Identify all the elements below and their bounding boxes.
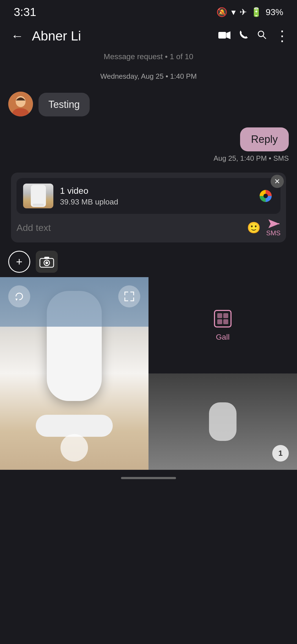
battery-percentage: 93% bbox=[266, 7, 283, 17]
svg-rect-19 bbox=[217, 319, 222, 324]
camera-view: Gall 1 bbox=[0, 277, 297, 470]
camera-attachment-button[interactable] bbox=[36, 251, 58, 273]
avatar-image bbox=[8, 92, 33, 116]
sms-send-button[interactable]: SMS bbox=[266, 218, 280, 237]
outgoing-message-text: Reply bbox=[251, 133, 278, 145]
camera-expand-button[interactable] bbox=[118, 285, 140, 307]
svg-rect-13 bbox=[44, 257, 49, 259]
gallery-icon bbox=[213, 309, 232, 328]
svg-marker-1 bbox=[226, 31, 230, 39]
svg-point-14 bbox=[45, 261, 48, 264]
camera-main-feed bbox=[0, 277, 148, 470]
svg-rect-17 bbox=[217, 313, 222, 318]
chat-area: Wednesday, Aug 25 • 1:40 PM Testing Repl… bbox=[0, 64, 297, 163]
add-attachment-button[interactable]: + bbox=[8, 251, 30, 273]
bottom-bar: + bbox=[0, 248, 297, 277]
header-actions: ⋮ bbox=[218, 28, 289, 44]
wifi-icon: ▾ bbox=[231, 7, 236, 17]
compose-text-input[interactable] bbox=[16, 222, 241, 233]
outgoing-message-row: Reply Aug 25, 1:40 PM • SMS bbox=[8, 127, 289, 163]
archived-hint: Message request • 1 of 10 bbox=[0, 50, 297, 64]
camera-second-item[interactable]: 1 bbox=[148, 373, 297, 470]
contact-name: Abner Li bbox=[32, 28, 213, 43]
home-bar bbox=[121, 477, 176, 479]
status-bar: 3:31 🔕 ▾ ✈ 🔋 93% bbox=[0, 0, 297, 22]
status-icons: 🔕 ▾ ✈ 🔋 93% bbox=[216, 7, 283, 17]
message-meta: Aug 25, 1:40 PM • SMS bbox=[213, 154, 289, 163]
svg-rect-20 bbox=[223, 319, 228, 324]
avatar bbox=[8, 92, 33, 116]
svg-point-8 bbox=[263, 194, 268, 198]
gallery-label: Gall bbox=[216, 333, 230, 342]
incoming-message-row: Testing bbox=[8, 92, 289, 116]
video-call-icon[interactable] bbox=[218, 29, 230, 42]
sms-label: SMS bbox=[266, 229, 280, 237]
camera-device-base bbox=[36, 415, 113, 437]
incoming-bubble: Testing bbox=[38, 93, 90, 116]
home-indicator bbox=[0, 470, 297, 486]
svg-rect-16 bbox=[215, 310, 231, 327]
back-button[interactable]: ← bbox=[8, 26, 26, 46]
google-photos-icon bbox=[257, 188, 274, 204]
upload-thumb-inner bbox=[31, 185, 46, 207]
gallery-button[interactable]: Gall bbox=[148, 277, 297, 373]
svg-marker-15 bbox=[15, 299, 18, 301]
compose-input-row: 🙂 SMS bbox=[16, 218, 280, 237]
airplane-icon: ✈ bbox=[240, 7, 247, 17]
close-upload-button[interactable]: ✕ bbox=[271, 175, 284, 188]
upload-title: 1 video bbox=[60, 186, 251, 196]
upload-info: 1 video 39.93 MB upload bbox=[60, 186, 251, 206]
svg-rect-0 bbox=[218, 32, 226, 39]
more-options-icon[interactable]: ⋮ bbox=[275, 28, 289, 44]
camera-side-device-shape bbox=[209, 402, 237, 441]
date-label: Wednesday, Aug 25 • 1:40 PM bbox=[8, 72, 289, 81]
svg-line-3 bbox=[263, 36, 266, 39]
battery-icon: 🔋 bbox=[251, 7, 262, 17]
compose-area: 1 video 39.93 MB upload ✕ 🙂 bbox=[11, 173, 286, 242]
upload-thumbnail bbox=[23, 184, 53, 208]
phone-call-icon[interactable] bbox=[239, 29, 249, 42]
upload-card: 1 video 39.93 MB upload ✕ bbox=[16, 178, 280, 214]
status-time: 3:31 bbox=[14, 6, 36, 19]
incoming-message-text: Testing bbox=[48, 99, 80, 110]
svg-rect-18 bbox=[223, 313, 228, 318]
camera-shutter-button[interactable] bbox=[61, 434, 88, 462]
header: ← Abner Li ⋮ bbox=[0, 22, 297, 50]
camera-side-badge: 1 bbox=[272, 445, 289, 462]
upload-size: 39.93 MB upload bbox=[60, 198, 251, 206]
svg-point-2 bbox=[258, 31, 264, 37]
send-icon bbox=[267, 218, 279, 229]
camera-rotate-button[interactable] bbox=[8, 285, 30, 307]
outgoing-bubble: Reply bbox=[240, 127, 289, 151]
emoji-button[interactable]: 🙂 bbox=[247, 221, 261, 234]
search-icon[interactable] bbox=[257, 29, 267, 42]
camera-side-panel: Gall 1 bbox=[148, 277, 297, 470]
mute-icon: 🔕 bbox=[216, 7, 227, 17]
